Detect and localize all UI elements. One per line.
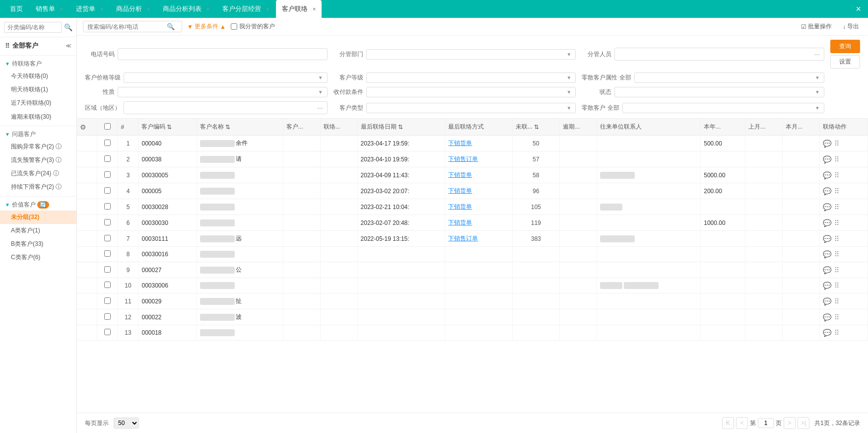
sidebar-group-value[interactable]: ▼ 价值客户 🔄	[0, 199, 76, 211]
more-icon[interactable]: ⠿	[834, 266, 839, 274]
row-checkbox[interactable]	[104, 235, 111, 241]
sidebar-group-pending[interactable]: ▼ 待联络客户	[0, 58, 76, 70]
status-select[interactable]: ▼	[614, 87, 824, 97]
reset-button[interactable]: 设置	[830, 55, 860, 69]
select-all-checkbox[interactable]	[104, 123, 111, 130]
cell-checkbox[interactable]	[97, 151, 118, 167]
cell-checkbox[interactable]	[97, 325, 118, 341]
close-segment-icon[interactable]: ×	[266, 6, 269, 12]
cell-checkbox[interactable]	[97, 136, 118, 151]
close-sales-icon[interactable]: ×	[60, 6, 63, 12]
sidebar-item-declining[interactable]: 持续下滑客户(2) ⓘ	[0, 180, 76, 194]
more-icon[interactable]: ⠿	[834, 297, 839, 305]
row-checkbox[interactable]	[104, 203, 111, 210]
chat-icon[interactable]: 💬	[823, 266, 831, 274]
sidebar-item-today[interactable]: 今天待联络(0)	[0, 70, 76, 83]
more-filter-btn[interactable]: ▼ 更多条件 ▲	[187, 22, 226, 31]
first-page-btn[interactable]: K	[722, 417, 734, 429]
sidebar-item-b-class[interactable]: B类客户(33)	[0, 237, 76, 251]
row-checkbox[interactable]	[104, 329, 111, 335]
customer-level-select[interactable]: ▼	[366, 72, 576, 83]
col-no-contact[interactable]: 未联...⇅	[512, 119, 560, 136]
sidebar-item-tomorrow[interactable]: 明天待联络(1)	[0, 83, 76, 96]
all-customers-header[interactable]: ⠿ 全部客户 ≪	[0, 37, 76, 53]
last-page-btn[interactable]: >|	[798, 417, 809, 429]
more-icon[interactable]: ⠿	[834, 329, 839, 337]
person-select[interactable]: ···	[614, 48, 824, 61]
cell-checkbox[interactable]	[97, 199, 118, 215]
nav-customer-contact[interactable]: 客户联络 ×	[276, 0, 322, 18]
more-icon[interactable]: ⠿	[834, 282, 839, 289]
chat-icon[interactable]: 💬	[823, 219, 831, 227]
next-page-btn[interactable]: >	[784, 417, 796, 429]
chat-icon[interactable]: 💬	[823, 203, 831, 211]
phone-input[interactable]	[118, 48, 328, 60]
category-search-input[interactable]	[4, 22, 62, 33]
method-link[interactable]: 下销货单	[448, 140, 472, 146]
dept-select[interactable]: ▼	[366, 49, 576, 60]
sidebar-item-lost[interactable]: 已流失客户(24) ⓘ	[0, 167, 76, 180]
method-link[interactable]: 下销售订单	[448, 155, 478, 162]
method-link[interactable]: 下销货单	[448, 187, 472, 194]
more-icon[interactable]: ⠿	[834, 219, 839, 227]
more-icon[interactable]: ⠿	[834, 235, 839, 243]
nav-customer-segment[interactable]: 客户分层经营 ×	[216, 0, 275, 18]
nav-purchase[interactable]: 进货单 ×	[70, 0, 109, 18]
col-code[interactable]: 客户编码⇅	[138, 119, 197, 136]
chat-icon[interactable]: 💬	[823, 282, 831, 289]
page-number-input[interactable]	[758, 418, 774, 428]
prev-page-btn[interactable]: <	[736, 417, 748, 429]
chat-icon[interactable]: 💬	[823, 140, 831, 147]
nav-product-list[interactable]: 商品分析列表 ×	[157, 0, 215, 18]
sidebar-group-problem[interactable]: ▼ 问题客户	[0, 128, 76, 140]
sidebar-item-abnormal[interactable]: 囤购异常客户(2) ⓘ	[0, 140, 76, 153]
sidebar-item-7days[interactable]: 近7天待联络(0)	[0, 96, 76, 110]
query-button[interactable]: 查询	[830, 40, 860, 53]
sidebar-item-c-class[interactable]: C类客户(6)	[0, 251, 76, 264]
batch-op-btn[interactable]: ☑ 批量操作	[798, 21, 835, 32]
row-checkbox[interactable]	[104, 250, 111, 257]
chat-icon[interactable]: 💬	[823, 171, 831, 179]
sidebar-item-warning[interactable]: 流失预警客户(3) ⓘ	[0, 153, 76, 167]
sidebar-item-ungrouped[interactable]: 未分组(32)	[0, 211, 76, 224]
search-input[interactable]	[87, 23, 167, 30]
cell-checkbox[interactable]	[97, 215, 118, 231]
cell-checkbox[interactable]	[97, 183, 118, 199]
search-icon[interactable]: 🔍	[167, 23, 175, 30]
price-level-select[interactable]: ▼	[124, 72, 328, 83]
sidebar-item-a-class[interactable]: A类客户(1)	[0, 224, 76, 237]
more-icon[interactable]: ⠿	[834, 171, 839, 179]
close-purchase-icon[interactable]: ×	[100, 6, 103, 12]
row-checkbox[interactable]	[104, 187, 111, 194]
export-btn[interactable]: ↓ 导出	[840, 21, 862, 32]
payment-select[interactable]: ▼	[366, 87, 576, 97]
chat-icon[interactable]: 💬	[823, 155, 831, 163]
retail-customer-select[interactable]: ▼	[622, 103, 824, 113]
col-last-date[interactable]: 最后联络日期⇅	[357, 119, 445, 136]
more-icon[interactable]: ⠿	[834, 313, 839, 321]
row-checkbox[interactable]	[104, 266, 111, 273]
category-search-icon[interactable]: 🔍	[64, 23, 72, 31]
row-checkbox[interactable]	[104, 297, 111, 304]
row-checkbox[interactable]	[104, 155, 111, 162]
chat-icon[interactable]: 💬	[823, 187, 831, 195]
more-icon[interactable]: ⠿	[834, 203, 839, 211]
window-close-button[interactable]: ×	[853, 4, 864, 14]
chat-icon[interactable]: 💬	[823, 297, 831, 305]
chat-icon[interactable]: 💬	[823, 313, 831, 321]
my-customers-check[interactable]	[231, 23, 237, 30]
more-icon[interactable]: ⠿	[834, 140, 839, 147]
row-checkbox[interactable]	[104, 171, 111, 178]
method-link[interactable]: 下销货单	[448, 171, 472, 178]
close-analysis-icon[interactable]: ×	[147, 6, 150, 12]
close-contact-icon[interactable]: ×	[313, 6, 316, 12]
cell-checkbox[interactable]	[97, 278, 118, 293]
close-list-icon[interactable]: ×	[206, 6, 209, 12]
col-checkbox[interactable]	[97, 119, 118, 136]
more-icon[interactable]: ⠿	[834, 250, 839, 258]
page-size-select[interactable]: 50 100 200	[114, 418, 139, 429]
more-icon[interactable]: ⠿	[834, 187, 839, 195]
cell-checkbox[interactable]	[97, 231, 118, 247]
chat-icon[interactable]: 💬	[823, 329, 831, 337]
chat-icon[interactable]: 💬	[823, 250, 831, 258]
